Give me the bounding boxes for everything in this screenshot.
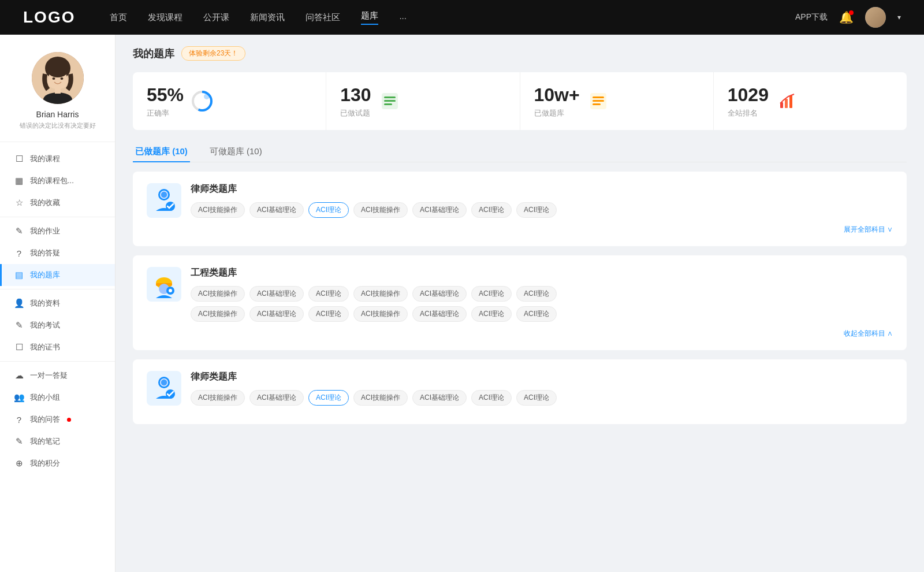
notification-dot bbox=[849, 10, 854, 15]
sidebar-item-label: 我的证书 bbox=[30, 342, 60, 352]
svg-rect-13 bbox=[384, 96, 396, 98]
stat-accuracy: 55% 正确率 bbox=[133, 72, 326, 130]
nav-more[interactable]: ··· bbox=[399, 13, 407, 23]
sidebar-item-notes[interactable]: ✎ 我的笔记 bbox=[0, 430, 115, 452]
sidebar-item-label: 我的积分 bbox=[30, 458, 60, 469]
tag-2-1-1[interactable]: ACI技能操作 bbox=[191, 286, 245, 302]
sidebar-item-course-pack[interactable]: ▦ 我的课程包... bbox=[0, 170, 115, 192]
tag-2-1-3[interactable]: ACI理论 bbox=[308, 286, 349, 302]
qbank-header-2: 工程类题库 ACI技能操作 ACI基础理论 ACI理论 ACI技能操作 ACI基… bbox=[147, 267, 893, 322]
page-layout: Brian Harris 错误的决定比没有决定要好 ☐ 我的课程 ▦ 我的课程包… bbox=[0, 35, 924, 572]
nav-question-bank[interactable]: 题库 bbox=[361, 10, 378, 25]
sidebar-item-group[interactable]: 👥 我的小组 bbox=[0, 387, 115, 408]
sidebar-item-homework[interactable]: ✎ 我的作业 bbox=[0, 220, 115, 242]
svg-rect-22 bbox=[789, 95, 792, 108]
stat-ranking-value: 1029 bbox=[728, 84, 769, 106]
stat-ranking-text: 1029 全站排名 bbox=[728, 84, 769, 118]
tags-row-2-1: ACI技能操作 ACI基础理论 ACI理论 ACI技能操作 ACI基础理论 AC… bbox=[191, 286, 893, 302]
tag-2-1-5[interactable]: ACI基础理论 bbox=[412, 286, 467, 302]
stat-ranking-label: 全站排名 bbox=[728, 108, 769, 118]
qbank-info-3: 律师类题库 ACI技能操作 ACI基础理论 ACI理论 ACI技能操作 ACI基… bbox=[191, 371, 893, 406]
avatar-image bbox=[865, 7, 886, 28]
nav-home[interactable]: 首页 bbox=[110, 12, 127, 23]
svg-point-8 bbox=[60, 77, 63, 80]
tag-3-4[interactable]: ACI技能操作 bbox=[353, 390, 408, 406]
svg-point-32 bbox=[169, 289, 172, 292]
tab-done-banks[interactable]: 已做题库 (10) bbox=[133, 142, 190, 162]
lawyer-icon-2 bbox=[147, 371, 181, 406]
sidebar-item-certificate[interactable]: ☐ 我的证书 bbox=[0, 336, 115, 358]
tag-1-2[interactable]: ACI基础理论 bbox=[249, 202, 304, 218]
notification-bell[interactable]: 🔔 bbox=[839, 10, 854, 24]
sidebar-item-question-bank[interactable]: ▤ 我的题库 bbox=[0, 264, 115, 286]
user-menu-chevron[interactable]: ▾ bbox=[897, 13, 901, 21]
tag-2-1-4[interactable]: ACI技能操作 bbox=[353, 286, 408, 302]
user-avatar[interactable] bbox=[865, 7, 886, 28]
tag-2-2-5[interactable]: ACI基础理论 bbox=[412, 306, 467, 322]
sidebar-item-points[interactable]: ⊕ 我的积分 bbox=[0, 452, 115, 474]
sidebar-item-qa[interactable]: ? 我的答疑 bbox=[0, 242, 115, 264]
sidebar-motto: 错误的决定比没有决定要好 bbox=[12, 121, 103, 130]
tags-row-1: ACI技能操作 ACI基础理论 ACI理论 ACI技能操作 ACI基础理论 AC… bbox=[191, 202, 893, 218]
collapse-link-2[interactable]: 收起全部科目 ∧ bbox=[147, 329, 893, 339]
stat-questions-value: 130 bbox=[340, 84, 371, 106]
tag-2-2-4[interactable]: ACI技能操作 bbox=[353, 306, 408, 322]
page-title: 我的题库 bbox=[133, 47, 174, 61]
svg-point-7 bbox=[52, 77, 55, 80]
main-content: 我的题库 体验剩余23天！ 55% 正确率 bbox=[116, 35, 924, 572]
stat-ranking: 1029 全站排名 bbox=[714, 72, 907, 130]
sidebar-item-label: 我的答疑 bbox=[30, 248, 60, 258]
stat-accuracy-label: 正确率 bbox=[147, 108, 184, 118]
tag-2-2-6[interactable]: ACI理论 bbox=[471, 306, 512, 322]
nav-menu: 首页 发现课程 公开课 新闻资讯 问答社区 题库 ··· bbox=[110, 10, 795, 25]
nav-news[interactable]: 新闻资讯 bbox=[250, 12, 285, 23]
tag-1-4[interactable]: ACI技能操作 bbox=[353, 202, 408, 218]
sidebar-item-my-qa[interactable]: ? 我的问答 bbox=[0, 408, 115, 430]
tag-2-1-7[interactable]: ACI理论 bbox=[516, 286, 557, 302]
tag-1-5[interactable]: ACI基础理论 bbox=[412, 202, 467, 218]
page-header: 我的题库 体验剩余23天！ bbox=[133, 46, 907, 61]
sidebar-item-exam[interactable]: ✎ 我的考试 bbox=[0, 314, 115, 336]
tag-1-3[interactable]: ACI理论 bbox=[308, 202, 349, 218]
nav-open-course[interactable]: 公开课 bbox=[203, 12, 229, 23]
sidebar-menu: ☐ 我的课程 ▦ 我的课程包... ☆ 我的收藏 ✎ 我的作业 ? 我的答疑 ▤ bbox=[0, 148, 115, 474]
tab-available-banks[interactable]: 可做题库 (10) bbox=[207, 142, 264, 162]
tag-1-7[interactable]: ACI理论 bbox=[516, 202, 557, 218]
tag-3-7[interactable]: ACI理论 bbox=[516, 390, 557, 406]
tag-3-2[interactable]: ACI基础理论 bbox=[249, 390, 304, 406]
stats-row: 55% 正确率 130 已做试题 bbox=[133, 72, 907, 130]
star-icon: ☆ bbox=[14, 198, 24, 208]
sidebar-item-favorites[interactable]: ☆ 我的收藏 bbox=[0, 192, 115, 214]
sidebar-item-one-on-one[interactable]: ☁ 一对一答疑 bbox=[0, 365, 115, 387]
sidebar-item-course[interactable]: ☐ 我的课程 bbox=[0, 148, 115, 170]
tag-2-1-6[interactable]: ACI理论 bbox=[471, 286, 512, 302]
tag-3-5[interactable]: ACI基础理论 bbox=[412, 390, 467, 406]
divider-2 bbox=[0, 289, 115, 289]
sidebar-item-profile[interactable]: 👤 我的资料 bbox=[0, 292, 115, 314]
exam-icon: ✎ bbox=[14, 320, 24, 330]
nav-discover[interactable]: 发现课程 bbox=[148, 12, 182, 23]
tag-1-1[interactable]: ACI技能操作 bbox=[191, 202, 245, 218]
sidebar-profile: Brian Harris 错误的决定比没有决定要好 bbox=[0, 46, 115, 142]
tag-1-6[interactable]: ACI理论 bbox=[471, 202, 512, 218]
svg-point-36 bbox=[161, 380, 167, 385]
tag-2-2-1[interactable]: ACI技能操作 bbox=[191, 306, 245, 322]
stat-questions: 130 已做试题 bbox=[326, 72, 520, 130]
tag-3-1[interactable]: ACI技能操作 bbox=[191, 390, 245, 406]
svg-rect-6 bbox=[55, 87, 61, 94]
tag-3-3[interactable]: ACI理论 bbox=[308, 390, 349, 406]
nav-qa[interactable]: 问答社区 bbox=[305, 12, 340, 23]
group-icon: 👥 bbox=[14, 392, 24, 403]
tags-row-2-2: ACI技能操作 ACI基础理论 ACI理论 ACI技能操作 ACI基础理论 AC… bbox=[191, 306, 893, 322]
tag-2-2-2[interactable]: ACI基础理论 bbox=[249, 306, 304, 322]
tag-2-2-3[interactable]: ACI理论 bbox=[308, 306, 349, 322]
sidebar-item-label: 我的作业 bbox=[30, 226, 60, 236]
navbar: LOGO 首页 发现课程 公开课 新闻资讯 问答社区 题库 ··· APP下载 … bbox=[0, 0, 924, 35]
app-download-link[interactable]: APP下载 bbox=[795, 12, 828, 23]
tabs-row: 已做题库 (10) 可做题库 (10) bbox=[133, 142, 907, 162]
qbank-info-2: 工程类题库 ACI技能操作 ACI基础理论 ACI理论 ACI技能操作 ACI基… bbox=[191, 267, 893, 322]
tag-2-2-7[interactable]: ACI理论 bbox=[516, 306, 557, 322]
tag-2-1-2[interactable]: ACI基础理论 bbox=[249, 286, 304, 302]
tag-3-6[interactable]: ACI理论 bbox=[471, 390, 512, 406]
expand-link-1[interactable]: 展开全部科目 ∨ bbox=[147, 225, 893, 235]
